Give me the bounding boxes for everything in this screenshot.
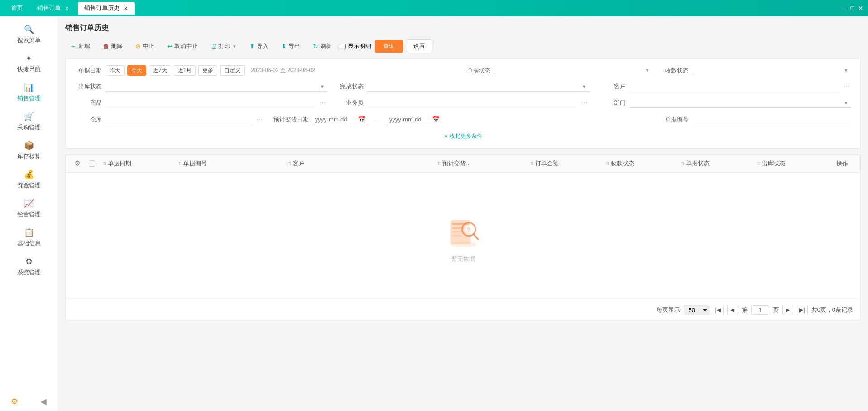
delete-button[interactable]: 🗑 删除 — [98, 40, 127, 53]
tab-sales-order-history[interactable]: 销售订单历史 ✕ — [78, 2, 135, 15]
sidebar-item-purchase-mgmt[interactable]: 🛒 采购管理 — [0, 107, 58, 136]
sidebar-item-search-menu[interactable]: 🔍 搜索菜单 — [0, 20, 58, 49]
empty-text: 暂无数据 — [451, 255, 475, 263]
customer-input[interactable] — [629, 81, 838, 92]
select-all-checkbox[interactable] — [89, 160, 95, 167]
sidebar-item-operations[interactable]: 📈 经营管理 — [0, 194, 58, 223]
customer-ellipsis-icon[interactable]: ··· — [842, 82, 851, 91]
new-button[interactable]: ＋ 新增 — [65, 40, 95, 53]
product-input[interactable] — [106, 97, 314, 108]
total-text: 共0页，0条记录 — [811, 306, 853, 314]
page-number-input[interactable] — [751, 305, 769, 315]
complete-status-select[interactable]: ▼ — [367, 82, 589, 92]
refresh-button[interactable]: ↻ 刷新 — [308, 40, 336, 53]
th-delivery: ⇅ 预计交货... — [434, 160, 527, 168]
delivery-date-end-input[interactable] — [389, 116, 430, 123]
ship-status-select[interactable]: ▼ — [106, 82, 327, 92]
order-status-select[interactable]: ▼ — [494, 66, 653, 75]
query-button[interactable]: 查询 — [375, 40, 403, 53]
purchase-mgmt-icon: 🛒 — [24, 111, 34, 121]
date-btn-custom[interactable]: 自定义 — [220, 65, 245, 76]
sort-icon-ship-status[interactable]: ⇅ — [757, 161, 760, 166]
sidebar-item-quick-nav[interactable]: ✦ 快捷导航 — [0, 49, 58, 78]
th-no-label: 单据编号 — [183, 160, 207, 168]
th-pay-status: ⇅ 收款状态 — [602, 160, 678, 168]
sidebar-settings-icon[interactable]: ⚙ — [11, 396, 18, 406]
pay-status-arrow-icon: ▼ — [844, 68, 849, 73]
show-detail-checkbox-wrapper[interactable]: 显示明细 — [340, 42, 371, 50]
close-btn[interactable]: ✕ — [858, 5, 863, 12]
page-first-button[interactable]: |◀ — [713, 305, 724, 315]
order-no-field: 单据编号 — [662, 114, 851, 125]
order-no-input[interactable] — [692, 114, 851, 125]
import-button[interactable]: ⬆ 导入 — [245, 40, 273, 53]
sidebar-item-base-info[interactable]: 📋 基础信息 — [0, 223, 58, 252]
department-arrow-icon: ▼ — [844, 100, 849, 106]
quick-nav-icon: ✦ — [25, 53, 32, 63]
th-action-label: 操作 — [836, 160, 848, 168]
sort-icon-date[interactable]: ⇅ — [103, 161, 106, 166]
sort-icon-amount[interactable]: ⇅ — [530, 161, 534, 166]
tab-home[interactable]: 首页 — [5, 2, 29, 15]
export-button[interactable]: ⬇ 导出 — [277, 40, 305, 53]
date-btn-more[interactable]: 更多 — [198, 65, 217, 76]
sidebar-item-finance[interactable]: 💰 资金管理 — [0, 165, 58, 194]
print-button[interactable]: 🖨 打印 ▼ — [206, 40, 241, 53]
settings-button[interactable]: 设置 — [407, 39, 432, 53]
empty-state: ? 暂无数据 — [66, 173, 860, 300]
tab-sales-order-history-close[interactable]: ✕ — [122, 5, 129, 11]
more-conditions-toggle[interactable]: ∧ 收起更多条件 — [75, 131, 851, 142]
page-size-select[interactable]: 50 10 20 100 — [684, 305, 709, 315]
sort-icon-order-status[interactable]: ⇅ — [681, 161, 685, 166]
page-next-button[interactable]: ▶ — [782, 305, 793, 315]
sidebar-collapse-icon[interactable]: ◀ — [40, 396, 47, 406]
import-icon: ⬆ — [249, 43, 255, 50]
cancel-stop-button[interactable]: ↩ 取消中止 — [163, 40, 202, 53]
show-detail-checkbox[interactable] — [340, 44, 346, 49]
sort-icon-customer[interactable]: ⇅ — [288, 161, 292, 166]
department-select[interactable]: ▼ — [629, 98, 851, 108]
sidebar-item-sales-mgmt[interactable]: 📊 销售管理 — [0, 78, 58, 107]
pagination-bar: 每页显示 50 10 20 100 |◀ ◀ 第 页 ▶ ▶| 共0页，0条记录 — [66, 300, 860, 320]
sidebar-item-inventory[interactable]: 📦 库存核算 — [0, 136, 58, 165]
filter-row-2: 出库状态 ▼ 完成状态 ▼ 客户 ··· — [75, 81, 851, 92]
warehouse-input[interactable] — [106, 114, 251, 125]
th-delivery-label: 预计交货... — [442, 160, 471, 168]
calendar-start-icon[interactable]: 📅 — [358, 116, 365, 123]
th-order-status-label: 单据状态 — [686, 160, 710, 168]
delivery-date-start-input[interactable] — [315, 116, 356, 123]
print-icon: 🖨 — [211, 43, 217, 50]
print-label: 打印 — [219, 42, 230, 50]
base-info-icon: 📋 — [24, 227, 34, 237]
salesperson-ellipsis-icon[interactable]: ··· — [580, 99, 589, 107]
delivery-date-label: 预计交货日期 — [273, 116, 309, 124]
sort-icon-pay-status[interactable]: ⇅ — [606, 161, 609, 166]
order-status-label: 单据状态 — [463, 67, 490, 75]
pay-status-select[interactable]: ▼ — [692, 66, 851, 75]
tab-sales-order[interactable]: 销售订单 ✕ — [31, 2, 76, 15]
tab-sales-order-close[interactable]: ✕ — [63, 5, 70, 11]
date-btn-today[interactable]: 今天 — [127, 65, 146, 76]
page-prev-button[interactable]: ◀ — [727, 305, 738, 315]
product-ellipsis-icon[interactable]: ··· — [318, 99, 327, 107]
table-settings-icon[interactable]: ⚙ — [70, 159, 85, 168]
cancel-stop-icon: ↩ — [167, 43, 173, 50]
date-btn-1month[interactable]: 近1月 — [174, 65, 196, 76]
sort-icon-no[interactable]: ⇅ — [178, 161, 182, 166]
stop-button[interactable]: ⊘ 中止 — [131, 40, 159, 53]
date-btn-yesterday[interactable]: 昨天 — [106, 65, 125, 76]
sidebar-item-sys-mgmt[interactable]: ⚙ 系统管理 — [0, 252, 58, 281]
page-last-button[interactable]: ▶| — [797, 305, 808, 315]
svg-line-8 — [473, 234, 478, 239]
order-status-field: 单据状态 ▼ — [463, 66, 653, 75]
date-btn-7days[interactable]: 近7天 — [149, 65, 171, 76]
calendar-end-icon[interactable]: 📅 — [432, 116, 440, 123]
minimize-btn[interactable]: — — [841, 5, 847, 12]
inventory-icon: 📦 — [24, 140, 34, 150]
warehouse-ellipsis-icon[interactable]: ··· — [254, 116, 264, 124]
sort-icon-delivery[interactable]: ⇅ — [437, 161, 441, 166]
maximize-btn[interactable]: □ — [851, 5, 854, 12]
print-dropdown-icon: ▼ — [232, 44, 237, 49]
table-select-all[interactable] — [85, 160, 99, 167]
salesperson-input[interactable] — [367, 97, 576, 108]
